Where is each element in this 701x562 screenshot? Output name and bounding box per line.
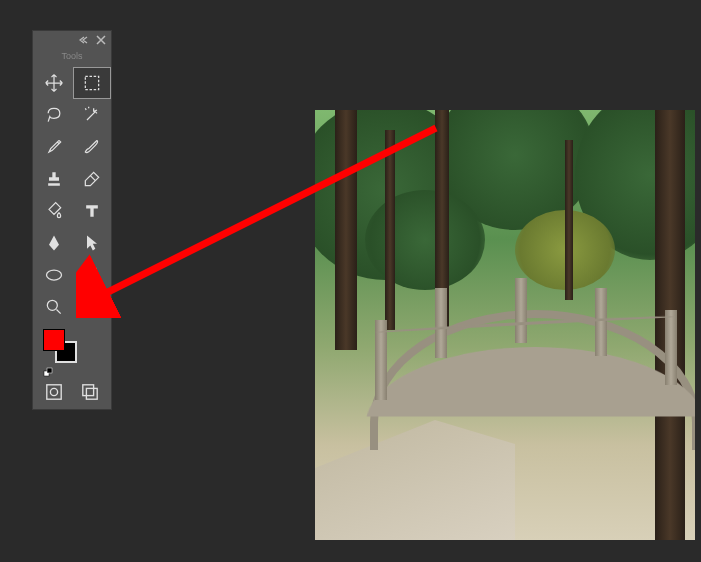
svg-rect-7: [47, 368, 52, 373]
zoom-tool[interactable]: [35, 291, 73, 323]
svg-point-5: [96, 306, 99, 309]
svg-point-2: [47, 300, 57, 310]
mode-row: [33, 375, 111, 409]
color-swatches: [33, 325, 111, 375]
more-tool[interactable]: [73, 291, 111, 323]
eyedropper-tool[interactable]: [35, 131, 73, 163]
type-tool[interactable]: [73, 195, 111, 227]
pen-tool[interactable]: [35, 227, 73, 259]
svg-rect-11: [86, 388, 97, 399]
panel-title: Tools: [33, 49, 111, 65]
tool-grid: [33, 65, 111, 325]
svg-rect-10: [83, 385, 94, 396]
tools-panel: Tools: [32, 30, 112, 410]
stamp-tool[interactable]: [35, 163, 73, 195]
svg-point-9: [50, 388, 57, 395]
foreground-color-swatch[interactable]: [43, 329, 65, 351]
quick-mask-icon[interactable]: [37, 379, 71, 405]
screen-mode-icon[interactable]: [73, 379, 107, 405]
magic-wand-tool[interactable]: [73, 99, 111, 131]
marquee-tool[interactable]: [73, 67, 111, 99]
collapse-panel-icon[interactable]: [77, 34, 89, 46]
svg-point-4: [91, 306, 94, 309]
move-tool[interactable]: [35, 67, 73, 99]
hand-tool[interactable]: [73, 259, 111, 291]
panel-header: [33, 31, 111, 49]
lasso-tool[interactable]: [35, 99, 73, 131]
close-panel-icon[interactable]: [95, 34, 107, 46]
canvas-document[interactable]: [315, 110, 695, 540]
svg-rect-0: [85, 76, 98, 89]
default-colors-icon[interactable]: [43, 363, 53, 373]
bridge-photo: [315, 110, 695, 540]
brush-tool[interactable]: [73, 131, 111, 163]
svg-rect-8: [47, 385, 61, 399]
svg-point-1: [47, 270, 62, 280]
ellipse-tool[interactable]: [35, 259, 73, 291]
selection-arrow-tool[interactable]: [73, 227, 111, 259]
eraser-tool[interactable]: [73, 163, 111, 195]
bucket-tool[interactable]: [35, 195, 73, 227]
svg-point-3: [86, 306, 89, 309]
